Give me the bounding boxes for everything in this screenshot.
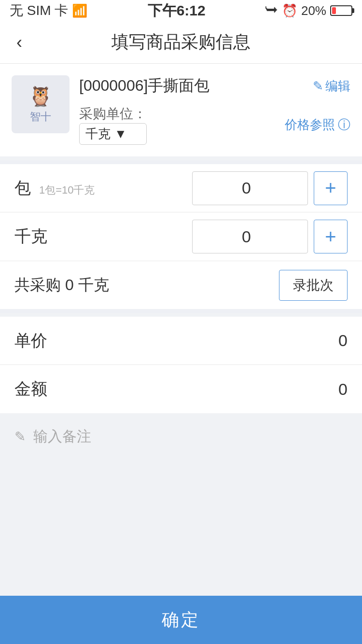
section-divider-2 xyxy=(0,309,362,313)
back-button[interactable]: ‹ xyxy=(12,28,27,57)
amount-label: 金额 xyxy=(14,378,47,400)
bag-input-group: + xyxy=(192,171,348,205)
batch-button[interactable]: 录批次 xyxy=(279,270,348,301)
product-card: 🦉 智十 [0000006]手撕面包 ✎ 编辑 采购单位： 千克 ▼ xyxy=(0,64,362,160)
kg-label-group: 千克 xyxy=(14,225,47,248)
status-left: 无 SIM 卡 📶 xyxy=(10,1,87,20)
kg-row: 千克 + xyxy=(0,212,362,261)
product-id: [0000006] xyxy=(79,77,148,94)
location-icon: ⮩ xyxy=(265,3,278,18)
edit-button[interactable]: ✎ 编辑 xyxy=(313,78,350,95)
unit-price-value: 0 xyxy=(338,331,348,350)
kg-quantity-input[interactable] xyxy=(192,220,308,253)
bag-plus-button[interactable]: + xyxy=(314,171,348,205)
unit-label: 采购单位： xyxy=(79,106,147,121)
edit-icon: ✎ xyxy=(313,79,323,94)
bag-sublabel: 1包=10千克 xyxy=(39,184,95,196)
product-name-row: [0000006]手撕面包 ✎ 编辑 xyxy=(79,75,350,97)
unit-price-row: 单价 0 xyxy=(0,317,362,365)
status-right: ⮩ ⏰ 20% xyxy=(265,3,352,18)
bag-row: 包 1包=10千克 + xyxy=(0,164,362,212)
unit-value: 千克 xyxy=(85,126,111,142)
unit-row: 采购单位： 千克 ▼ 价格参照 ⓘ xyxy=(79,104,350,145)
price-ref-button[interactable]: 价格参照 ⓘ xyxy=(285,116,350,133)
unit-selector-group: 采购单位： 千克 ▼ xyxy=(79,104,147,145)
total-row: 共采购 0 千克 录批次 xyxy=(0,261,362,309)
kg-plus-button[interactable]: + xyxy=(314,220,348,253)
wifi-icon: 📶 xyxy=(72,3,87,18)
bag-quantity-input[interactable] xyxy=(192,171,308,205)
notes-placeholder: 输入备注 xyxy=(33,427,91,447)
product-title: 手撕面包 xyxy=(148,77,209,94)
product-info: [0000006]手撕面包 ✎ 编辑 采购单位： 千克 ▼ 价格参照 ⓘ xyxy=(79,75,350,145)
kg-input-group: + xyxy=(192,220,348,253)
battery-icon xyxy=(330,5,352,16)
confirm-button[interactable]: 确定 xyxy=(0,596,362,644)
brand-logo-text: 智十 xyxy=(30,110,51,124)
no-sim-label: 无 SIM 卡 xyxy=(10,1,68,20)
owl-icon: 🦉 xyxy=(28,85,53,108)
page-title: 填写商品采购信息 xyxy=(111,30,251,54)
kg-label: 千克 xyxy=(14,227,47,245)
edit-label: 编辑 xyxy=(325,78,350,95)
section-divider-1 xyxy=(0,160,362,164)
amount-row: 金额 0 xyxy=(0,365,362,413)
bag-label: 包 xyxy=(14,179,31,197)
product-thumbnail: 🦉 智十 xyxy=(12,75,70,133)
unit-select[interactable]: 千克 ▼ xyxy=(79,123,147,145)
price-ref-label: 价格参照 xyxy=(285,116,335,133)
alarm-icon: ⏰ xyxy=(282,3,297,18)
bag-label-group: 包 1包=10千克 xyxy=(14,177,95,199)
nav-bar: ‹ 填写商品采购信息 xyxy=(0,21,362,64)
product-name: [0000006]手撕面包 xyxy=(79,75,209,97)
amount-value: 0 xyxy=(338,380,348,399)
status-time: 下午6:12 xyxy=(148,1,206,21)
total-label: 共采购 0 千克 xyxy=(14,275,109,296)
status-bar: 无 SIM 卡 📶 下午6:12 ⮩ ⏰ 20% xyxy=(0,0,362,21)
quantity-form: 包 1包=10千克 + 千克 + xyxy=(0,164,362,261)
help-icon: ⓘ xyxy=(338,116,350,133)
notes-section[interactable]: ✎ 输入备注 xyxy=(0,413,362,568)
battery-percent: 20% xyxy=(301,3,326,18)
unit-price-label: 单价 xyxy=(14,330,47,352)
pencil-icon: ✎ xyxy=(14,429,26,445)
summary-section: 单价 0 金额 0 xyxy=(0,317,362,413)
chevron-down-icon: ▼ xyxy=(114,126,127,141)
